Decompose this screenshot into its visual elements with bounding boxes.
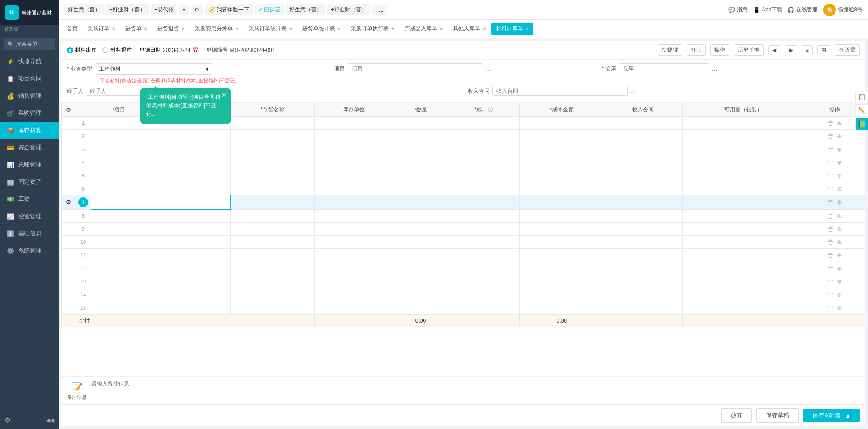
copy-row-btn[interactable]: ⊕ [836,132,843,141]
row-project-cell[interactable] [91,195,146,210]
tab-finished-goods[interactable]: 产成品入库单 ✕ [400,23,448,35]
close-icon[interactable]: ✕ [144,26,147,31]
row-name-cell[interactable] [231,195,315,210]
copy-row-btn[interactable]: ⊕ [836,251,843,260]
row-cost-cell[interactable] [448,210,520,223]
row-project-cell[interactable] [91,236,146,249]
row-unit-cell[interactable] [315,275,393,288]
copy-row-btn[interactable]: ⊕ [836,264,843,273]
row-unit-cell[interactable] [315,169,393,182]
delete-row-btn[interactable]: 🗑 [826,238,835,247]
row-code-cell[interactable] [146,262,231,275]
row-name-cell[interactable] [231,236,315,249]
row-cost-cell[interactable] [448,195,520,210]
row-project-cell[interactable] [91,169,146,182]
next-doc-btn[interactable]: ▶ [785,45,797,55]
delete-row-btn[interactable]: 🗑 [826,264,835,273]
row-income-contract-cell[interactable] [604,182,682,195]
delete-row-btn[interactable]: 🗑 [826,158,835,167]
row-name-cell[interactable] [231,223,315,236]
row-name-cell[interactable] [231,156,315,169]
copy-row-btn[interactable]: ⊕ [836,145,843,154]
prev-doc-btn[interactable]: ◀ [768,45,780,55]
row-income-contract-cell[interactable] [604,275,682,288]
tab-goods-stat[interactable]: 进货单统计表 ✕ [298,23,345,35]
delete-row-btn[interactable]: 🗑 [826,303,835,312]
topbar-experience[interactable]: 🧭 我要体验一下 [205,4,253,15]
copy-row-btn[interactable]: ⊕ [836,184,843,193]
row-cost-amount-cell[interactable] [519,143,604,156]
row-cost-cell[interactable] [448,275,520,288]
row-cost-amount-cell[interactable] [519,210,604,223]
sidebar-item-system[interactable]: ⚙️ 系统管理 [0,242,59,259]
row-cost-amount-cell[interactable] [519,130,604,143]
col-gear-header[interactable]: ⚙ [62,103,75,117]
row-code-cell[interactable] [146,130,231,143]
row-unit-cell[interactable] [315,288,393,301]
row-cost-cell[interactable] [448,130,520,143]
row-code-cell[interactable] [146,143,231,156]
row-code-cell[interactable] [146,301,231,315]
row-unit-cell[interactable] [315,182,393,195]
row-qty-cell[interactable] [393,249,448,262]
project-dots-btn[interactable]: ... [486,65,491,72]
col-name-header[interactable]: *存货名称 [231,103,315,117]
tab-other-receipt[interactable]: 其他入库单 ✕ [448,23,491,35]
row-income-contract-cell[interactable] [604,117,682,130]
delete-row-btn[interactable]: 🗑 [826,171,835,180]
row-unit-cell[interactable] [315,249,393,262]
copy-row-btn[interactable]: ⊕ [836,290,843,299]
row-cost-cell[interactable] [448,169,520,182]
row-available-cell[interactable] [682,117,804,130]
col-available-header[interactable]: 可用量（包装） [682,103,804,117]
row-code-cell[interactable] [146,195,231,210]
close-icon[interactable]: ✕ [289,26,292,31]
row-unit-cell[interactable] [315,130,393,143]
add-row-btn[interactable]: + [78,197,88,207]
row-cost-amount-cell[interactable] [519,156,604,169]
sidebar-item-purchase[interactable]: 🛒 采购管理 [0,105,59,122]
row-project-cell[interactable] [91,275,146,288]
sidebar-item-salary[interactable]: 💵 工资 [0,191,59,208]
row-code-cell[interactable] [146,169,231,182]
row-available-cell[interactable] [682,223,804,236]
row-project-cell[interactable] [91,210,146,223]
row-unit-cell[interactable] [315,143,393,156]
close-icon[interactable]: ✕ [112,26,115,31]
row-qty-cell[interactable] [393,182,448,195]
row-project-cell[interactable] [91,117,146,130]
row-project-cell[interactable] [91,156,146,169]
history-doc-btn[interactable]: 历史单据 [734,44,764,56]
project-input[interactable] [348,63,483,73]
row-available-cell[interactable] [682,130,804,143]
row-qty-cell[interactable] [393,117,448,130]
row-cost-amount-cell[interactable] [519,182,604,195]
row-name-cell[interactable] [231,275,315,288]
tab-purchase-order[interactable]: 采购订单 ✕ [83,23,120,35]
topbar-certified[interactable]: ✔ 已认证 [255,4,284,15]
row-code-cell[interactable] [146,275,231,288]
sidebar-item-finance[interactable]: 💳 资金管理 [0,139,59,156]
row-qty-cell[interactable] [393,275,448,288]
row-income-contract-cell[interactable] [604,156,682,169]
col-unit-header[interactable]: 库存单位 [315,103,393,117]
row-project-cell[interactable] [91,249,146,262]
right-float-btn-2[interactable]: ✏️ [855,104,868,117]
row-cost-cell[interactable] [448,249,520,262]
delete-row-btn[interactable]: 🗑 [826,198,835,207]
delete-row-btn[interactable]: 🗑 [826,119,835,128]
copy-row-btn[interactable]: ⊕ [836,211,843,220]
col-project-header[interactable]: *项目 [91,103,146,117]
close-icon[interactable]: ✕ [391,26,395,31]
delete-row-btn[interactable]: 🗑 [826,290,835,299]
row-available-cell[interactable] [682,210,804,223]
row-name-cell[interactable] [231,130,315,143]
row-unit-cell[interactable] [315,195,393,210]
copy-row-btn[interactable]: ⊕ [836,277,843,286]
row-income-contract-cell[interactable] [604,249,682,262]
row-income-contract-cell[interactable] [604,301,682,315]
row-cost-cell[interactable] [448,223,520,236]
row-qty-cell[interactable] [393,169,448,182]
row-available-cell[interactable] [682,236,804,249]
row-qty-cell[interactable] [393,262,448,275]
